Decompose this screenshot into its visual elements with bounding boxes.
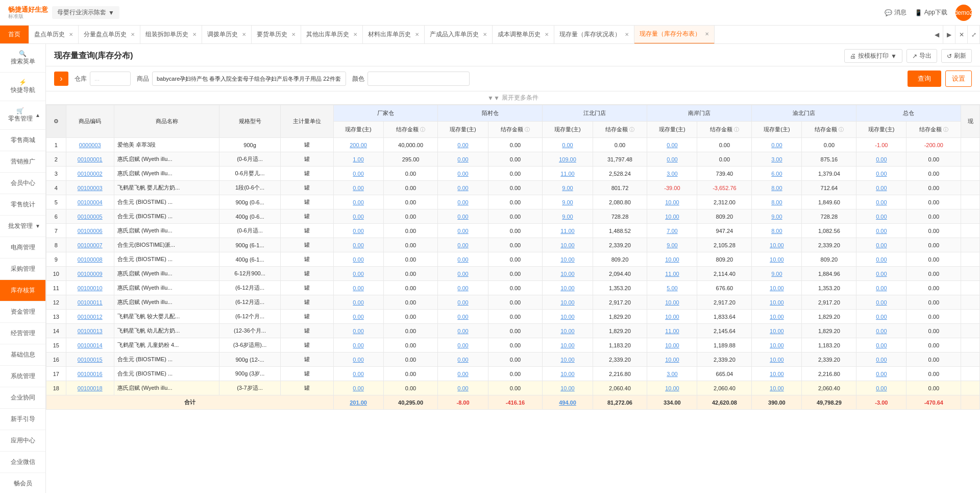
- row-name[interactable]: 惠氏启赋 (Wyeth illu...: [114, 152, 219, 167]
- row-na-qty[interactable]: 7.00: [647, 224, 697, 238]
- row-code[interactable]: 00100008: [66, 252, 114, 267]
- row-na-qty[interactable]: 10.00: [647, 353, 697, 367]
- row-code[interactable]: 00100011: [66, 295, 114, 310]
- tab-product-in[interactable]: 产成品入库单历史 ✕: [425, 26, 493, 44]
- sidebar-item-member2[interactable]: 畅会员: [0, 473, 45, 493]
- sidebar-item-wechat[interactable]: 企业微信: [0, 452, 45, 473]
- row-code[interactable]: 00100014: [66, 338, 114, 353]
- row-mc-qty[interactable]: 0.00: [438, 381, 488, 395]
- tab-sub-inventory-check[interactable]: 分量盘点单历史 ✕: [79, 26, 140, 44]
- row-mc-qty[interactable]: 0.00: [438, 338, 488, 353]
- row-zc-qty[interactable]: 0.00: [856, 353, 906, 367]
- sidebar-item-finance[interactable]: 资金管理: [0, 301, 45, 323]
- row-zc-qty[interactable]: 0.00: [856, 181, 906, 195]
- row-fc-qty[interactable]: 0.00: [333, 252, 383, 267]
- row-fc-qty[interactable]: 0.00: [333, 209, 383, 224]
- row-zc-qty[interactable]: 0.00: [856, 367, 906, 381]
- row-zc-qty[interactable]: 0.00: [856, 209, 906, 224]
- row-jb-qty[interactable]: 9.00: [543, 181, 593, 195]
- sidebar-item-retail-shop[interactable]: 零售商城: [0, 130, 45, 151]
- more-conditions-btn[interactable]: ▼▼ 展开更多条件: [487, 93, 538, 102]
- row-name[interactable]: 合生元 (BIOSTIME) ...: [114, 195, 219, 209]
- row-fc-qty[interactable]: 0.00: [333, 267, 383, 281]
- row-name[interactable]: 惠氏启赋 (Wyeth illu...: [114, 281, 219, 295]
- message-btn[interactable]: 💬 消息: [885, 8, 906, 17]
- row-mc-qty[interactable]: 0.00: [438, 181, 488, 195]
- tab-assembly[interactable]: 组装拆卸单历史 ✕: [140, 26, 202, 44]
- total-jb-qty[interactable]: 494.00: [543, 395, 593, 410]
- refresh-btn[interactable]: ↺ 刷新: [941, 49, 972, 63]
- row-code[interactable]: 00100002: [66, 167, 114, 181]
- row-name[interactable]: 飞鹤星飞帆 幼儿配方奶...: [114, 324, 219, 338]
- row-name[interactable]: 飞鹤星飞帆 婴儿配方奶...: [114, 181, 219, 195]
- nav-expand-btn[interactable]: ⤢: [968, 26, 980, 44]
- row-mc-qty[interactable]: 0.00: [438, 281, 488, 295]
- row-zc-qty[interactable]: 0.00: [856, 252, 906, 267]
- row-yb-qty[interactable]: 10.00: [752, 338, 802, 353]
- row-na-qty[interactable]: 3.00: [647, 167, 697, 181]
- row-na-qty[interactable]: 10.00: [647, 252, 697, 267]
- row-jb-qty[interactable]: 10.00: [543, 324, 593, 338]
- sidebar-item-app-center[interactable]: 应用中心: [0, 430, 45, 452]
- sidebar-item-basic[interactable]: 基础信息: [0, 344, 45, 366]
- row-code[interactable]: 00100013: [66, 324, 114, 338]
- row-fc-qty[interactable]: 0.00: [333, 353, 383, 367]
- total-mc-qty[interactable]: -8.00: [438, 395, 488, 410]
- nav-next-btn[interactable]: ▶: [943, 26, 955, 44]
- tab-inventory-check[interactable]: 盘点单历史 ✕: [29, 26, 79, 44]
- row-name[interactable]: 飞鹤星飞帆 较大婴儿配...: [114, 310, 219, 324]
- sidebar-item-marketing[interactable]: 营销推广: [0, 151, 45, 173]
- row-name[interactable]: 爱他美 卓萃3段: [114, 138, 219, 152]
- tab-other-out[interactable]: 其他出库单历史 ✕: [301, 26, 363, 44]
- row-name[interactable]: 合生元 (BIOSTIME) ...: [114, 353, 219, 367]
- row-jb-qty[interactable]: 10.00: [543, 252, 593, 267]
- color-input[interactable]: [368, 72, 470, 86]
- row-zc-qty[interactable]: 0.00: [856, 281, 906, 295]
- setting-btn[interactable]: 设置: [945, 71, 972, 87]
- row-yb-qty[interactable]: 10.00: [752, 381, 802, 395]
- sidebar-item-search[interactable]: 🔍 搜索英单: [0, 44, 45, 73]
- row-yb-qty[interactable]: 9.00: [752, 267, 802, 281]
- row-code[interactable]: 00100001: [66, 152, 114, 167]
- row-na-qty[interactable]: 0.00: [647, 152, 697, 167]
- row-zc-qty[interactable]: 0.00: [856, 152, 906, 167]
- row-yb-qty[interactable]: 10.00: [752, 367, 802, 381]
- row-code[interactable]: 0000003: [66, 138, 114, 152]
- row-mc-qty[interactable]: 0.00: [438, 195, 488, 209]
- row-code[interactable]: 00100009: [66, 267, 114, 281]
- tab-close-assembly[interactable]: ✕: [192, 32, 197, 37]
- tab-close-request[interactable]: ✕: [291, 32, 296, 37]
- row-yb-qty[interactable]: 8.00: [752, 181, 802, 195]
- row-mc-qty[interactable]: 0.00: [438, 209, 488, 224]
- row-mc-qty[interactable]: 0.00: [438, 367, 488, 381]
- row-name[interactable]: 惠氏启赋 (Wyeth illu...: [114, 295, 219, 310]
- row-fc-qty[interactable]: 0.00: [333, 181, 383, 195]
- row-mc-qty[interactable]: 0.00: [438, 267, 488, 281]
- row-code[interactable]: 00100003: [66, 181, 114, 195]
- row-mc-qty[interactable]: 0.00: [438, 353, 488, 367]
- row-name[interactable]: 惠氏启赋 (Wyeth illu...: [114, 267, 219, 281]
- row-yb-qty[interactable]: 10.00: [752, 238, 802, 252]
- row-yb-qty[interactable]: 8.00: [752, 195, 802, 209]
- filter-expand-btn[interactable]: ›: [54, 72, 68, 86]
- row-fc-qty[interactable]: 0.00: [333, 367, 383, 381]
- row-fc-qty[interactable]: 0.00: [333, 238, 383, 252]
- row-na-qty[interactable]: -39.00: [647, 181, 697, 195]
- row-jb-qty[interactable]: 10.00: [543, 310, 593, 324]
- row-fc-qty[interactable]: 0.00: [333, 324, 383, 338]
- tab-close-product-in[interactable]: ✕: [483, 32, 487, 37]
- row-fc-qty[interactable]: 0.00: [333, 381, 383, 395]
- row-code[interactable]: 00100016: [66, 367, 114, 381]
- row-zc-qty[interactable]: -1.00: [856, 138, 906, 152]
- row-na-qty[interactable]: 11.00: [647, 324, 697, 338]
- row-code[interactable]: 00100004: [66, 195, 114, 209]
- row-code[interactable]: 00100018: [66, 381, 114, 395]
- nav-prev-btn[interactable]: ◀: [931, 26, 943, 44]
- row-mc-qty[interactable]: 0.00: [438, 152, 488, 167]
- row-na-qty[interactable]: 10.00: [647, 381, 697, 395]
- sidebar-item-guide[interactable]: 新手引导: [0, 409, 45, 430]
- row-zc-qty[interactable]: 0.00: [856, 238, 906, 252]
- row-fc-qty[interactable]: 0.00: [333, 295, 383, 310]
- row-mc-qty[interactable]: 0.00: [438, 252, 488, 267]
- row-name[interactable]: 合生元 (BIOSTIME) ...: [114, 367, 219, 381]
